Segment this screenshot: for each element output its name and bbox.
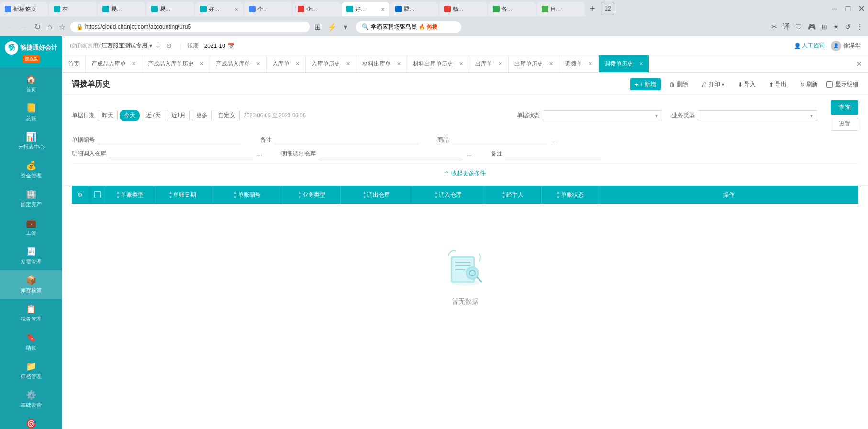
sidebar-item-invoice[interactable]: 🧾 发票管理: [0, 242, 62, 270]
more-icon[interactable]: ⋮: [856, 22, 864, 32]
th-checkbox[interactable]: [89, 186, 106, 204]
sidebar-item-inventory[interactable]: 📦 库存核算: [0, 270, 62, 299]
tab-product-inbound-close[interactable]: ✕: [132, 61, 136, 66]
sidebar-item-closing[interactable]: 🔖 结账: [0, 328, 62, 356]
browser-tab-3[interactable]: 易...: [98, 2, 145, 16]
th-handler[interactable]: ▲ ▼ 经手人: [484, 186, 542, 204]
filter-detail-out-input[interactable]: [319, 149, 462, 158]
browser-search[interactable]: 🔍 学霸应聘场驱鸟员 🔥 热搜: [356, 21, 461, 33]
lightning-button[interactable]: ⚡: [325, 22, 339, 33]
sidebar-item-home[interactable]: 🏠 首页: [0, 69, 62, 98]
grid-icon[interactable]: ⊞: [821, 22, 828, 32]
tab-material-out[interactable]: 材料出库单 ✕: [356, 55, 407, 73]
close-all-tabs-button[interactable]: ✕: [850, 59, 868, 68]
tab-inbound[interactable]: 入库单 ✕: [267, 55, 306, 73]
brightness-icon[interactable]: ☀: [832, 22, 840, 32]
refresh-button[interactable]: ↻ 刷新: [795, 78, 823, 90]
import-button[interactable]: ⬇ 导入: [733, 78, 760, 90]
tab-out-history[interactable]: 出库单历史 ✕: [509, 55, 559, 73]
browser-tab-11[interactable]: 各...: [488, 2, 536, 16]
browser-tab-7[interactable]: 企...: [293, 2, 341, 16]
browser-tab-5[interactable]: 好... ✕: [195, 2, 243, 16]
filter-biztype-select[interactable]: ▾: [698, 110, 817, 121]
sidebar-item-tax[interactable]: 📋 税务管理: [0, 299, 62, 328]
filter-remark2-input[interactable]: [505, 149, 601, 158]
filter-detail-in-input[interactable]: [109, 149, 253, 158]
tab-transfer[interactable]: 调拨单 ✕: [559, 55, 599, 73]
detail-out-more-icon[interactable]: ...: [467, 151, 472, 157]
add-company-button[interactable]: +: [154, 42, 162, 50]
browser-tab-4[interactable]: 易...: [146, 2, 194, 16]
translate-icon[interactable]: 译: [782, 22, 790, 32]
goods-more-icon[interactable]: ...: [552, 137, 557, 143]
tab-home[interactable]: 首页: [62, 55, 86, 73]
filter-status-select[interactable]: ▾: [543, 110, 662, 121]
tab-transfer-history-close[interactable]: ✕: [639, 61, 643, 66]
th-status[interactable]: ▲ ▼ 单账状态: [542, 186, 599, 204]
date-btn-today[interactable]: 今天: [120, 110, 140, 121]
reload-button[interactable]: ↻: [33, 22, 43, 33]
filter-remark-input[interactable]: [275, 135, 418, 144]
tab-inbound-history-close[interactable]: ✕: [346, 61, 350, 66]
th-date[interactable]: ▲ ▼ 单账日期: [154, 186, 211, 204]
tab-out-order[interactable]: 出库单 ✕: [469, 55, 509, 73]
back-button[interactable]: ←: [4, 22, 15, 32]
th-in-wh[interactable]: ▲ ▼ 调入仓库: [412, 186, 484, 204]
tab-out-history-close[interactable]: ✕: [549, 61, 553, 66]
extensions-button[interactable]: ⊞: [312, 22, 323, 33]
tab-material-out-history-close[interactable]: ✕: [459, 61, 463, 66]
header-checkbox[interactable]: [94, 191, 101, 198]
minimize-button[interactable]: ─: [828, 2, 841, 15]
sidebar-item-finance[interactable]: 💰 资金管理: [0, 155, 62, 184]
home-button[interactable]: ⌂: [45, 22, 54, 32]
bookmark-button[interactable]: ☆: [57, 22, 67, 33]
delete-button[interactable]: 🗑 删除: [665, 78, 693, 90]
tab-close-5[interactable]: ✕: [232, 7, 238, 12]
undo-icon[interactable]: ↺: [844, 22, 852, 32]
sidebar-item-archive[interactable]: 📁 归档管理: [0, 356, 62, 385]
address-bar[interactable]: 🔒 https://cloud.chanjet.com/accounting/u…: [70, 22, 310, 32]
date-btn-yesterday[interactable]: 昨天: [98, 110, 118, 121]
sidebar-item-guide[interactable]: 🎯 新手引导: [0, 414, 62, 429]
browser-tab-1[interactable]: 新标签页: [0, 2, 48, 16]
shield-icon[interactable]: 🛡: [794, 22, 803, 32]
new-button[interactable]: + + 新增: [630, 78, 661, 90]
tab-product-inbound-history-close[interactable]: ✕: [200, 61, 204, 66]
tab-inbound-close[interactable]: ✕: [295, 61, 300, 66]
browser-tab-10[interactable]: 畅...: [439, 2, 487, 16]
tab-transfer-history[interactable]: 调拨单历史 ✕: [599, 55, 649, 73]
tab-close-8[interactable]: ✕: [378, 7, 385, 12]
sidebar-item-assets[interactable]: 🏢 固定资产: [0, 184, 62, 213]
tab-product-inbound2-close[interactable]: ✕: [256, 61, 260, 66]
tab-out-order-close[interactable]: ✕: [498, 61, 502, 66]
search-button[interactable]: 查询: [831, 100, 858, 115]
date-btn-custom[interactable]: 自定义: [214, 110, 240, 121]
sidebar-item-settings[interactable]: ⚙️ 基础设置: [0, 385, 62, 414]
browser-tab-2[interactable]: 在: [49, 2, 97, 16]
date-btn-7days[interactable]: 近7天: [142, 110, 165, 121]
detail-in-more-icon[interactable]: ...: [257, 151, 262, 157]
sidebar-item-ledger[interactable]: 📒 总账: [0, 98, 62, 127]
th-type[interactable]: ▲ ▼ 单账类型: [106, 186, 154, 204]
tab-material-out-history[interactable]: 材料出库单历史 ✕: [407, 55, 469, 73]
collapse-button[interactable]: ⌃ 收起更多条件: [445, 167, 486, 179]
settings-filter-button[interactable]: 设置: [831, 118, 858, 131]
filter-goods-input[interactable]: [452, 135, 547, 144]
company-settings-button[interactable]: ⚙: [164, 42, 174, 50]
sidebar-item-reports[interactable]: 📊 云报表中心: [0, 127, 62, 155]
tab-product-inbound[interactable]: 产成品入库单 ✕: [86, 55, 142, 73]
date-btn-1month[interactable]: 近1月: [167, 110, 190, 121]
th-gear[interactable]: ⚙: [72, 186, 89, 204]
tab-product-inbound2[interactable]: 产成品入库单 ✕: [210, 55, 267, 73]
service-button[interactable]: 👤 人工咨询: [794, 42, 825, 50]
tab-count-button[interactable]: 12: [601, 2, 614, 15]
tab-transfer-close[interactable]: ✕: [588, 61, 592, 66]
date-btn-more[interactable]: 更多: [192, 110, 212, 121]
dropdown-button[interactable]: ▾: [342, 22, 349, 33]
filter-docnum-input[interactable]: [98, 135, 241, 144]
export-button[interactable]: ⬆ 导出: [764, 78, 791, 90]
browser-tab-6[interactable]: 个...: [244, 2, 292, 16]
print-button[interactable]: 🖨 打印 ▾: [697, 78, 729, 90]
th-number[interactable]: ▲ ▼ 单账编号: [211, 186, 283, 204]
th-biztype[interactable]: ▲ ▼ 业务类型: [283, 186, 341, 204]
